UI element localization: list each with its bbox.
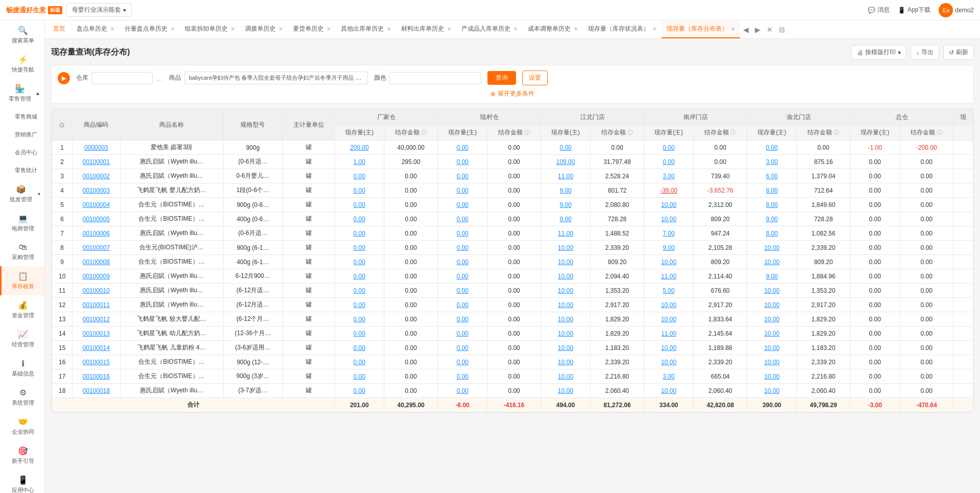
stock-link[interactable]: 3.00 (766, 158, 778, 166)
stock-link[interactable]: 0.00 (353, 373, 365, 380)
query-button[interactable]: 查询 (487, 71, 516, 85)
stock-link[interactable]: 8.00 (766, 201, 778, 208)
code-link[interactable]: 00100014 (83, 344, 110, 351)
stock-link[interactable]: 10.00 (764, 301, 779, 309)
code-link[interactable]: 00100009 (83, 273, 110, 280)
stock-link[interactable]: 0.00 (353, 273, 365, 280)
stock-link[interactable]: 10.00 (558, 259, 573, 266)
stock-link[interactable]: 0.00 (456, 158, 468, 166)
tab-next-btn[interactable]: ▶ (752, 21, 764, 38)
stock-link[interactable]: 9.00 (559, 216, 571, 223)
stock-link[interactable]: 10.00 (558, 273, 573, 280)
stock-link[interactable]: 10.00 (558, 301, 573, 309)
stock-link[interactable]: 0.00 (353, 316, 365, 323)
collapse-btn[interactable]: ▶ (58, 72, 70, 84)
stock-link[interactable]: 0.00 (456, 201, 468, 208)
stock-link[interactable]: 0.00 (456, 230, 468, 237)
stock-link[interactable]: 11.00 (558, 173, 573, 180)
code-link[interactable]: 0000003 (84, 144, 108, 151)
stock-link[interactable]: 10.00 (558, 316, 573, 323)
stock-link[interactable]: 0.00 (766, 144, 778, 151)
stock-link[interactable]: 0.00 (353, 259, 365, 266)
goods-input[interactable]: babycare孕妇待产包 春季入院全套母子组合孕妇产后冬季月子用品 22件套 … (184, 72, 368, 84)
code-link[interactable]: 00100010 (83, 287, 110, 294)
user-area[interactable]: Ea demo2 (939, 3, 974, 17)
close-icon[interactable]: ✕ (731, 26, 735, 32)
stock-link[interactable]: 10.00 (661, 259, 676, 266)
stock-link[interactable]: 0.00 (353, 301, 365, 309)
info-icon[interactable]: ⓘ (730, 129, 736, 135)
stock-link[interactable]: 11.00 (661, 273, 676, 280)
stock-link[interactable]: 0.00 (456, 216, 468, 223)
stock-link[interactable]: 8.00 (766, 187, 778, 194)
stock-link[interactable]: 0.00 (456, 330, 468, 337)
stock-link[interactable]: 10.00 (661, 201, 676, 208)
code-link[interactable]: 00100018 (83, 387, 110, 394)
tab-other-out[interactable]: 其他出库单历史 ✕ (336, 21, 396, 38)
stock-link[interactable]: 10.00 (661, 344, 676, 351)
sidebar-item-marketing[interactable]: 营销推广 (0, 126, 44, 144)
sidebar-item-wholesale[interactable]: 📦 批发管理 ▾ (0, 179, 44, 208)
tab-menu-btn[interactable]: ⊟ (776, 21, 788, 38)
code-link[interactable]: 00100015 (83, 359, 110, 366)
stock-link[interactable]: 0.00 (353, 230, 365, 237)
close-icon[interactable]: ✕ (231, 26, 235, 32)
stock-link[interactable]: 0.00 (353, 330, 365, 337)
code-link[interactable]: 00100013 (83, 330, 110, 337)
sidebar-item-retail-shop[interactable]: 零售商城 (0, 108, 44, 126)
code-link[interactable]: 00100016 (83, 373, 110, 380)
tab-product-in[interactable]: 产成品入库单历史 ✕ (456, 21, 523, 38)
stock-link[interactable]: 0.00 (353, 387, 365, 394)
stock-link[interactable]: 200.00 (350, 144, 369, 151)
tab-purchase-order[interactable]: 要货单历史 ✕ (288, 21, 336, 38)
code-link[interactable]: 00100005 (83, 216, 110, 223)
stock-link[interactable]: 10.00 (661, 301, 676, 309)
sidebar-item-base[interactable]: ℹ 基础信息 (0, 354, 44, 383)
code-link[interactable]: 00100002 (83, 173, 110, 180)
code-link[interactable]: 00100003 (83, 187, 110, 194)
warehouse-dots[interactable]: … (156, 74, 163, 82)
stock-link[interactable]: 10.00 (661, 216, 676, 223)
expand-conditions-btn[interactable]: ⊕ 展开更多条件 (491, 89, 534, 98)
sidebar-item-finance[interactable]: 💰 资金管理 (0, 295, 44, 324)
tab-transfer[interactable]: 调拨单历史 ✕ (240, 21, 288, 38)
stock-link[interactable]: 0.00 (456, 244, 468, 251)
stock-link[interactable]: 0.00 (559, 144, 571, 151)
warehouse-input[interactable] (91, 72, 153, 84)
stock-link[interactable]: 10.00 (558, 373, 573, 380)
info-icon[interactable]: ⓘ (524, 129, 530, 135)
tab-stock-dist[interactable]: 现存量（库存分布表） ✕ (662, 21, 740, 38)
stock-link[interactable]: 10.00 (764, 373, 779, 380)
stock-link[interactable]: 10.00 (558, 244, 573, 251)
stock-link[interactable]: 10.00 (661, 316, 676, 323)
stock-link[interactable]: 10.00 (558, 387, 573, 394)
stock-link[interactable]: 0.00 (353, 201, 365, 208)
stock-link[interactable]: 1.00 (353, 158, 365, 166)
stock-link[interactable]: 0.00 (353, 216, 365, 223)
stock-link[interactable]: 0.00 (663, 144, 674, 151)
stock-link[interactable]: 0.00 (353, 287, 365, 294)
stock-link[interactable]: 10.00 (661, 387, 676, 394)
tab-material-out[interactable]: 材料出库单历史 ✕ (396, 21, 456, 38)
stock-link[interactable]: 0.00 (353, 173, 365, 180)
close-icon[interactable]: ✕ (110, 26, 114, 32)
stock-link[interactable]: 8.00 (766, 230, 778, 237)
close-icon[interactable]: ✕ (574, 26, 578, 32)
stock-link[interactable]: 7.00 (663, 230, 674, 237)
code-link[interactable]: 00100007 (83, 244, 110, 251)
stock-link[interactable]: 0.00 (456, 287, 468, 294)
close-icon[interactable]: ✕ (447, 26, 451, 32)
close-icon[interactable]: ✕ (327, 26, 331, 32)
code-link[interactable]: 00100011 (83, 301, 110, 309)
sidebar-item-ecom[interactable]: 💻 电商管理 (0, 208, 44, 238)
sidebar-item-guide[interactable]: 🎯 新手引导 (0, 441, 44, 470)
stock-link[interactable]: 9.00 (559, 187, 571, 194)
sidebar-item-retail[interactable]: 🏪 零售管理 ▲ (0, 79, 44, 108)
stock-link[interactable]: 0.00 (663, 158, 674, 166)
sidebar-item-nav[interactable]: ⚡ 快捷导航 (0, 50, 44, 79)
stock-link[interactable]: 10.00 (764, 359, 779, 366)
tab-inventory-count[interactable]: 盘点单历史 ✕ (71, 21, 119, 38)
sidebar-item-search[interactable]: 🔍 搜索英单 (0, 20, 44, 50)
message-btn[interactable]: 💬 消息 (868, 6, 890, 14)
stock-link[interactable]: 0.00 (456, 273, 468, 280)
